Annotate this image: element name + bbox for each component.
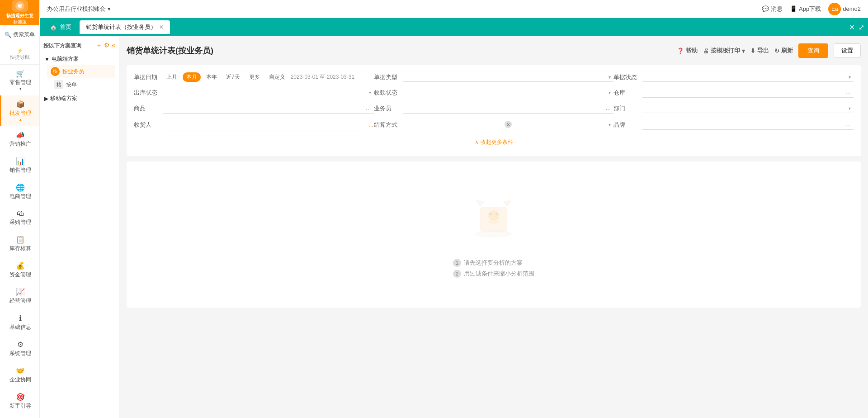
salesman-label: 业务员 (374, 104, 399, 113)
close-window-button[interactable]: ✕ (849, 23, 855, 32)
breadcrumb-dropdown[interactable]: 办公用品行业模拟账套 ▾ (47, 5, 111, 13)
salesman-select[interactable]: … (403, 103, 614, 114)
sidebar-item-appcenter[interactable]: 📱 应用中心 (0, 414, 39, 418)
export-button[interactable]: ⬇ 导出 (750, 47, 769, 55)
tabbar-actions: ✕ ⤢ (849, 23, 864, 32)
out-status-label: 出库状态 (134, 89, 159, 97)
salesman-more[interactable]: … (605, 105, 611, 111)
collapse-more-button[interactable]: ∧ 收起更多条件 (472, 136, 516, 149)
collect-status-select[interactable]: ▾ (403, 88, 614, 97)
sidebar-item-system[interactable]: ⚙ 系统管理 (0, 336, 39, 362)
wholesale-icon: 📦 (16, 100, 25, 109)
empty-state: 1 请先选择要分析的方案 2 用过滤条件来缩小分析范围 (127, 162, 861, 308)
doc-status-label: 单据状态 (613, 73, 639, 81)
app-logo: 畅 畅捷通好生意 标准版 (0, 0, 39, 25)
query-button[interactable]: 查询 (798, 43, 828, 58)
sidebar-item-wholesale[interactable]: 📦 批发管理 ▴ (0, 95, 39, 126)
sidebar-item-sales[interactable]: 📊 销售管理 (0, 152, 39, 179)
user-name: demo2 (843, 5, 861, 12)
tab-home[interactable]: 🏠 首页 (43, 20, 78, 34)
search-menu-button[interactable]: 🔍 搜索菜单 (3, 29, 37, 40)
date-btn-last-month[interactable]: 上月 (163, 72, 181, 82)
sidebar-item-basic[interactable]: ℹ 基础信息 (0, 309, 39, 336)
receiver-more[interactable]: … (368, 122, 374, 128)
left-panel: 按以下方案查询 ＋ ⚙ « ▼ 电脑端方案 按 按业务员 格 按单 (40, 36, 119, 418)
page-title-actions: ❓ 帮助 🖨 按模板打印 ▾ ⬇ 导出 ↻ 刷新 (677, 43, 861, 58)
order-scheme-icon: 格 (54, 80, 63, 89)
doc-type-label: 单据类型 (374, 73, 399, 81)
sidebar-item-inventory[interactable]: 📋 库存核算 (0, 231, 39, 257)
collect-status-label: 收款状态 (374, 89, 399, 97)
page-title: 销货单统计表(按业务员) (127, 45, 213, 56)
quick-nav[interactable]: ⚡ 快捷导航 (0, 44, 39, 65)
sidebar-item-purchase[interactable]: 🛍 采购管理 (0, 205, 39, 231)
message-button[interactable]: 💬 消息 (762, 5, 783, 13)
date-btn-last-7[interactable]: 近7天 (222, 72, 244, 82)
pc-scheme-header[interactable]: ▼ 电脑端方案 (43, 53, 115, 65)
goods-more[interactable]: … (366, 105, 371, 111)
breadcrumb-text: 办公用品行业模拟账套 (47, 5, 106, 13)
settlement-select[interactable]: ✕ ▾ (403, 119, 614, 130)
scheme-item-by-salesman[interactable]: 按 按业务员 (47, 65, 115, 78)
brand-more[interactable]: … (845, 121, 851, 128)
settlement-clear-button[interactable]: ✕ (505, 121, 512, 128)
sidebar-nav: 🛒 零售管理 ▾ 📦 批发管理 ▴ 📣 营销推广 📊 销售管理 🌐 电商管理 🛍… (0, 65, 39, 418)
chevron-right-icon: ▾ (19, 86, 22, 91)
user-menu[interactable]: Ea demo2 (828, 3, 861, 15)
filter-dept: 部门 ▾ (613, 104, 854, 113)
expand-window-button[interactable]: ⤢ (859, 23, 864, 32)
doc-type-select[interactable]: ▾ (403, 73, 614, 82)
sidebar-item-ecommerce[interactable]: 🌐 电商管理 (0, 179, 39, 205)
left-panel-actions: ＋ ⚙ « (96, 42, 115, 50)
tab-close-icon[interactable]: ✕ (159, 24, 164, 30)
sidebar-item-marketing[interactable]: 📣 营销推广 (0, 126, 39, 152)
receiver-input[interactable] (163, 119, 365, 130)
svg-text:畅: 畅 (18, 4, 22, 9)
warehouse-more[interactable]: … (845, 89, 851, 95)
out-status-select[interactable]: ▾ (163, 88, 374, 97)
date-btn-this-month[interactable]: 本月 (183, 72, 201, 82)
left-panel-title: 按以下方案查询 (43, 42, 81, 50)
print-icon: 🖨 (703, 48, 709, 54)
date-btn-this-year[interactable]: 本年 (203, 72, 221, 82)
search-area[interactable]: 🔍 搜索菜单 (0, 25, 39, 44)
scheme-settings-button[interactable]: ⚙ (104, 42, 110, 50)
mobile-scheme-header[interactable]: ▶ 移动端方案 (43, 93, 115, 104)
tab-sales-stat[interactable]: 销货单统计表（按业务员） ✕ (80, 20, 170, 34)
quick-nav-icon: ⚡ (17, 48, 23, 54)
sidebar-item-finance[interactable]: 💰 资金管理 (0, 257, 39, 283)
goods-select[interactable]: … (163, 103, 374, 114)
doc-status-chevron: ▾ (849, 75, 851, 80)
date-btn-more[interactable]: 更多 (245, 72, 264, 82)
doc-status-select[interactable]: ▾ (642, 73, 854, 82)
dept-select[interactable]: ▾ (642, 104, 854, 113)
sidebar-item-newguide[interactable]: 🎯 新手引导 (0, 388, 39, 414)
mobile-scheme-arrow: ▶ (44, 95, 48, 102)
filter-salesman: 业务员 … (374, 103, 614, 114)
collapse-panel-button[interactable]: « (112, 42, 115, 50)
sidebar-item-operation[interactable]: 📈 经营管理 (0, 283, 39, 309)
filter-out-status: 出库状态 ▾ (134, 88, 374, 97)
refresh-button[interactable]: ↻ 刷新 (774, 47, 793, 55)
filter-row-2: 出库状态 ▾ 收款状态 ▾ 仓库 (134, 87, 854, 98)
sidebar-item-retail[interactable]: 🛒 零售管理 ▾ (0, 65, 39, 95)
warehouse-select[interactable]: … (642, 87, 854, 98)
filter-date: 单据日期 上月 本月 本年 近7天 更多 自定义 2023-03-01 至 20… (134, 72, 374, 82)
refresh-icon: ↻ (774, 48, 779, 54)
main-area: 办公用品行业模拟账套 ▾ 💬 消息 📱 App下载 Ea demo2 🏠 (40, 0, 868, 418)
help-button[interactable]: ❓ 帮助 (677, 47, 698, 55)
date-btn-custom[interactable]: 自定义 (265, 72, 289, 82)
app-download-button[interactable]: 📱 App下载 (790, 5, 821, 13)
filter-row-1: 单据日期 上月 本月 本年 近7天 更多 自定义 2023-03-01 至 20… (134, 72, 854, 82)
brand-select[interactable]: … (642, 119, 854, 130)
topbar-left: 办公用品行业模拟账套 ▾ (47, 5, 111, 13)
retail-icon: 🛒 (16, 69, 25, 78)
sidebar-item-enterprise[interactable]: 🤝 企业协同 (0, 362, 39, 388)
topbar-right: 💬 消息 📱 App下载 Ea demo2 (762, 3, 861, 15)
add-scheme-button[interactable]: ＋ (96, 42, 102, 50)
print-button[interactable]: 🖨 按模板打印 ▾ (703, 47, 745, 55)
right-panel: 销货单统计表(按业务员) ❓ 帮助 🖨 按模板打印 ▾ ⬇ 导出 (119, 36, 868, 418)
settings-button[interactable]: 设置 (834, 43, 861, 58)
scheme-item-by-order[interactable]: 格 按单 (51, 78, 115, 91)
dropdown-icon: ▾ (108, 5, 111, 12)
